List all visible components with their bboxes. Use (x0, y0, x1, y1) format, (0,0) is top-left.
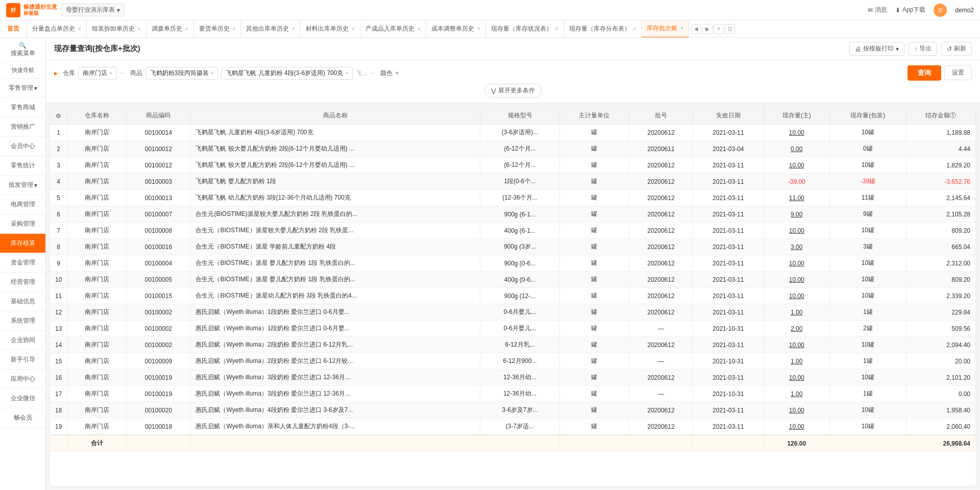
cell-qty-main[interactable]: 10.00 (764, 288, 829, 304)
cell-qty-main[interactable]: 11.00 (764, 190, 829, 206)
sidebar-item-finance[interactable]: 资金管理 (0, 253, 45, 273)
sidebar-item-basic[interactable]: 基础信息 (0, 292, 45, 311)
tab-close-icon[interactable]: × (477, 26, 480, 32)
cell-qty-main[interactable]: 10.00 (764, 223, 829, 239)
cell-qty-main[interactable]: 1.00 (764, 353, 829, 370)
message-btn[interactable]: ✉ 消息 (868, 6, 887, 14)
tab-close-all-btn[interactable]: × (714, 24, 724, 34)
cell-qty-main[interactable]: 1.00 (764, 386, 829, 402)
tab-close-icon[interactable]: × (233, 26, 236, 32)
cell-qty-main[interactable]: 0.00 (764, 141, 829, 157)
tab-next-btn[interactable]: ▶ (702, 24, 713, 34)
sidebar-search[interactable]: 🔍 搜索菜单 (0, 38, 45, 62)
tab-close-icon[interactable]: × (138, 26, 141, 32)
sidebar-item-ecommerce[interactable]: 电商管理 (0, 195, 45, 214)
tab-close-icon[interactable]: × (185, 26, 188, 32)
sidebar-item-business[interactable]: 经营管理 (0, 273, 45, 292)
sidebar-item-system[interactable]: 系统管理 (0, 311, 45, 331)
tab-close-icon[interactable]: × (633, 26, 636, 32)
table-row: 2南岸门店00100012飞鹤星飞帆 较大婴儿配方奶粉 2段(6-12个月婴幼儿… (50, 141, 976, 157)
ellipsis-product[interactable]: ··· (370, 69, 375, 77)
tab-prev-btn[interactable]: ◀ (691, 24, 701, 34)
cell-no: 5 (50, 190, 67, 206)
tab-cai-liao[interactable]: 材料出库单历史 × (301, 20, 360, 38)
product-tag-2[interactable]: 飞鹤星飞帆 儿童奶粉 4段(3-6岁适用) 700克 × (221, 67, 353, 80)
expand-more-btn[interactable]: ⋁ 展开更多条件 (484, 84, 542, 97)
product-tag-1[interactable]: 飞鹤奶粉3段丙筒摄装 × (145, 67, 218, 80)
tab-qi-ta[interactable]: 其他出库单历史 × (241, 20, 301, 38)
cell-qty-main[interactable]: 10.00 (764, 419, 829, 435)
tab-fen-pan[interactable]: 分量盘点单历史 × (27, 20, 87, 38)
org-selector[interactable]: 母婴行业演示库表 ▾ (61, 4, 125, 16)
avatar[interactable]: D (934, 4, 947, 17)
tab-cheng-ben[interactable]: 成本调整单历史 × (426, 20, 486, 38)
cell-qty-main[interactable]: 10.00 (764, 272, 829, 288)
cell-qty-main[interactable]: 2.00 (764, 321, 829, 337)
toggle-filter-btn[interactable]: ▸ (54, 69, 58, 77)
cell-qty-main[interactable]: 3.00 (764, 239, 829, 255)
ellipsis-warehouse[interactable]: ··· (120, 69, 125, 77)
cell-qty-main[interactable]: 10.00 (764, 255, 829, 272)
cell-spec: 900g (0-6... (480, 255, 559, 272)
sidebar-item-purchase[interactable]: 采购管理 (0, 214, 45, 234)
cell-qty-main[interactable]: 10.00 (764, 157, 829, 174)
sidebar-item-inventory[interactable]: 库存核算 (0, 234, 45, 253)
tab-close-icon[interactable]: × (352, 26, 355, 32)
cell-name: 合生元（BIOSTIME）派星 婴儿配方奶粉 1段 乳铁蛋白的... (190, 255, 480, 272)
tab-close-icon[interactable]: × (680, 26, 683, 31)
setting-button[interactable]: 设置 (944, 65, 972, 80)
warehouse-tag[interactable]: 南岸门店 × (78, 67, 117, 80)
tab-diao-bo[interactable]: 调拨单历史 × (146, 20, 194, 38)
tab-zu-chai[interactable]: 组装拆卸单历史 × (87, 20, 146, 38)
tab-close-icon[interactable]: × (418, 26, 421, 32)
tab-yao-huo[interactable]: 要货单历史 × (194, 20, 241, 38)
sidebar-nav[interactable]: 快捷导航 (0, 62, 45, 79)
sidebar-item-member[interactable]: 会员中心 (0, 137, 45, 156)
remove-product2-icon[interactable]: × (345, 70, 348, 76)
refresh-button[interactable]: ↺ 刷新 (941, 42, 972, 56)
query-button[interactable]: 查询 (908, 65, 941, 81)
cell-qty-pkg: 10罐 (830, 337, 906, 353)
tab-xian-cun1[interactable]: 现存量（库存状况表） × (486, 20, 564, 38)
sidebar-item-weixin[interactable]: 企业微信 (0, 389, 45, 408)
cell-no: 6 (50, 206, 67, 223)
tab-close-icon[interactable]: × (555, 26, 558, 32)
cell-qty-main[interactable]: 10.00 (764, 125, 829, 141)
cell-qty-main[interactable]: 1.00 (764, 304, 829, 321)
col-settings[interactable]: ⚙ (50, 107, 67, 125)
sidebar-item-retail-stats[interactable]: 零售统计 (0, 156, 45, 176)
sidebar-item-app-center[interactable]: 应用中心 (0, 370, 45, 389)
cell-qty-main[interactable]: -39.00 (764, 174, 829, 190)
cell-qty-main[interactable]: 10.00 (764, 370, 829, 386)
remove-product1-icon[interactable]: × (211, 70, 214, 76)
cell-qty-main[interactable]: 10.00 (764, 402, 829, 419)
tab-pi-ci[interactable]: 库存批次账 × (642, 20, 689, 38)
sidebar-item-collab[interactable]: 企业协同 (0, 331, 45, 350)
color-dropdown[interactable]: ▾ (396, 69, 399, 77)
app-download-btn[interactable]: ⬇ App下载 (895, 6, 925, 14)
cell-qty-main[interactable]: 10.00 (764, 337, 829, 353)
cell-amount: 2,339.20 (906, 288, 975, 304)
sidebar-item-wholesale[interactable]: 批发管理 ▾ (0, 176, 45, 195)
sidebar-item-marketing[interactable]: 营销推广 (0, 117, 45, 137)
sidebar-item-retail-mgmt[interactable]: 零售管理 ▾ (0, 79, 45, 98)
cell-unit: 罐 (559, 353, 629, 370)
print-button[interactable]: 🖨 按模板打印 ▾ (849, 42, 904, 56)
tab-xian-cun2[interactable]: 现存量（库存分布表） × (564, 20, 642, 38)
cell-no: 10 (50, 272, 67, 288)
sidebar-item-guide[interactable]: 新手引导 (0, 350, 45, 370)
sidebar-item-chang-member[interactable]: 畅会员 (0, 408, 45, 428)
cell-expire: 2021-03-11 (693, 402, 764, 419)
tab-close-icon[interactable]: × (292, 26, 295, 32)
export-button[interactable]: ↑ 导出 (909, 42, 937, 56)
sidebar-item-retail-mall[interactable]: 零售商城 (0, 98, 45, 117)
cell-expire: 2021-10-31 (693, 386, 764, 402)
tab-home[interactable]: 首页 (0, 20, 27, 38)
tab-chan-pin[interactable]: 产成品入库单历史 × (360, 20, 426, 38)
tab-close-icon[interactable]: × (78, 26, 81, 32)
cell-unit: 罐 (559, 370, 629, 386)
cell-warehouse: 南岸门店 (67, 288, 127, 304)
remove-warehouse-icon[interactable]: × (109, 70, 112, 76)
tab-menu-btn[interactable]: ⊡ (725, 24, 735, 34)
cell-qty-main[interactable]: 9.00 (764, 206, 829, 223)
